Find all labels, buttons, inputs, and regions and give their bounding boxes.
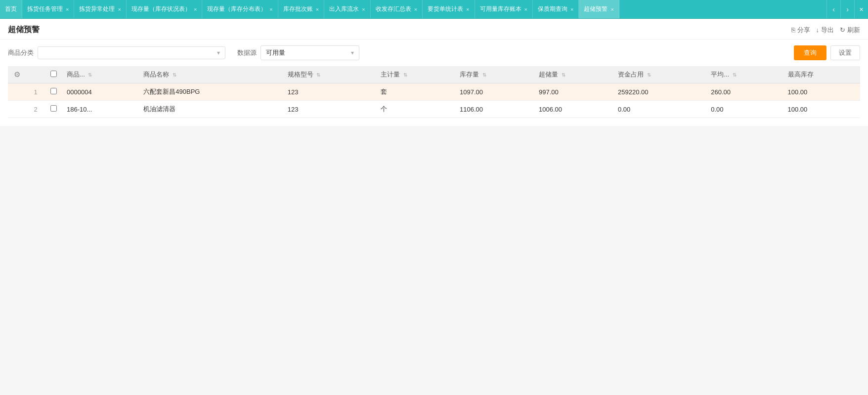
td-product-code: 0000004 bbox=[62, 83, 138, 101]
td-product-name: 机油滤清器 bbox=[138, 101, 283, 118]
td-avg: 0.00 bbox=[706, 101, 782, 118]
td-settings bbox=[8, 83, 26, 101]
td-overstock: 1006.00 bbox=[534, 101, 613, 118]
close-icon[interactable]: × bbox=[269, 6, 272, 12]
refresh-button[interactable]: ↻ 刷新 bbox=[840, 26, 860, 35]
export-icon: ↓ bbox=[816, 26, 820, 34]
th-unit[interactable]: 主计量 ⇅ bbox=[376, 66, 455, 83]
nav-next-button[interactable]: › bbox=[840, 0, 854, 19]
filter-bar: 商品分类 ▾ 数据源 可用量 ▾ 查询 设置 bbox=[0, 40, 868, 66]
close-icon[interactable]: × bbox=[118, 6, 121, 12]
row-checkbox[interactable] bbox=[50, 88, 57, 94]
nav-tab-stock-status[interactable]: 现存量（库存状况表） × bbox=[127, 0, 202, 19]
table-container: ⚙ 商品... ⇅ 商品名称 ⇅ 规格型号 bbox=[0, 66, 868, 126]
nav-tab-batch[interactable]: 库存批次账 × bbox=[278, 0, 324, 19]
datasource-select[interactable]: 可用量 ▾ bbox=[260, 45, 359, 60]
nav-tab-abnormal[interactable]: 拣货异常处理 × bbox=[74, 0, 126, 19]
nav-tab-order-stats[interactable]: 要货单统计表 × bbox=[423, 0, 475, 19]
share-button[interactable]: ⎘ 分享 bbox=[791, 26, 810, 35]
chevron-down-icon: ▾ bbox=[217, 49, 220, 56]
td-unit: 套 bbox=[376, 83, 455, 101]
nav-tab-overstock[interactable]: 超储预警 × bbox=[579, 0, 619, 19]
th-product-name[interactable]: 商品名称 ⇅ bbox=[138, 66, 283, 83]
datasource-filter: 数据源 可用量 ▾ bbox=[237, 45, 359, 60]
td-overstock: 997.00 bbox=[534, 83, 613, 101]
sort-icon: ⇅ bbox=[647, 72, 651, 78]
th-overstock[interactable]: 超储量 ⇅ bbox=[534, 66, 613, 83]
td-product-code: 186-10... bbox=[62, 101, 138, 118]
datasource-label: 数据源 bbox=[237, 48, 257, 57]
close-icon[interactable]: × bbox=[524, 6, 527, 12]
td-max-stock: 100.00 bbox=[783, 83, 860, 101]
td-index: 1 bbox=[26, 83, 45, 101]
th-stock[interactable]: 库存量 ⇅ bbox=[455, 66, 534, 83]
table-row: 2 186-10... 机油滤清器 123 个 1106.00 1006.00 … bbox=[8, 101, 860, 118]
td-spec: 123 bbox=[283, 83, 376, 101]
query-button[interactable]: 查询 bbox=[794, 45, 826, 60]
close-icon[interactable]: × bbox=[316, 6, 319, 12]
nav-tab-expiry[interactable]: 保质期查询 × bbox=[533, 0, 579, 19]
filter-actions: 查询 设置 bbox=[794, 45, 860, 60]
td-stock: 1097.00 bbox=[455, 83, 534, 101]
table-header-row: ⚙ 商品... ⇅ 商品名称 ⇅ 规格型号 bbox=[8, 66, 860, 83]
header-actions: ⎘ 分享 ↓ 导出 ↻ 刷新 bbox=[791, 26, 861, 35]
td-checkbox bbox=[45, 101, 62, 118]
close-icon[interactable]: × bbox=[194, 6, 197, 12]
td-max-stock: 100.00 bbox=[783, 101, 860, 118]
nav-tab-home[interactable]: 首页 bbox=[0, 0, 22, 19]
th-max-stock[interactable]: 最高库存 bbox=[783, 66, 860, 83]
th-avg[interactable]: 平均... ⇅ bbox=[706, 66, 782, 83]
page-title: 超储预警 bbox=[8, 25, 40, 35]
nav-tab-stock-dist[interactable]: 现存量（库存分布表） × bbox=[202, 0, 278, 19]
sort-icon: ⇅ bbox=[316, 72, 320, 78]
data-table: ⚙ 商品... ⇅ 商品名称 ⇅ 规格型号 bbox=[8, 66, 860, 118]
sort-icon: ⇅ bbox=[403, 72, 407, 78]
th-capital[interactable]: 资金占用 ⇅ bbox=[613, 66, 706, 83]
sort-icon: ⇅ bbox=[482, 72, 486, 78]
td-capital: 0.00 bbox=[613, 101, 706, 118]
refresh-icon: ↻ bbox=[840, 26, 845, 34]
share-icon: ⎘ bbox=[791, 26, 795, 34]
close-icon[interactable]: × bbox=[414, 6, 417, 12]
close-icon[interactable]: × bbox=[570, 6, 573, 12]
sort-icon: ⇅ bbox=[562, 72, 565, 78]
close-icon[interactable]: × bbox=[362, 6, 365, 12]
nav-tab-task[interactable]: 拣货任务管理 × bbox=[22, 0, 74, 19]
th-product-code[interactable]: 商品... ⇅ bbox=[62, 66, 138, 83]
th-index bbox=[26, 66, 45, 83]
th-settings: ⚙ bbox=[8, 66, 26, 83]
page-header: 超储预警 ⎘ 分享 ↓ 导出 ↻ 刷新 bbox=[0, 19, 868, 40]
nav-arrows: ‹ › × bbox=[826, 0, 868, 19]
category-label: 商品分类 bbox=[8, 48, 34, 57]
datasource-value: 可用量 bbox=[266, 48, 285, 57]
td-settings bbox=[8, 101, 26, 118]
td-checkbox bbox=[45, 83, 62, 101]
td-spec: 123 bbox=[283, 101, 376, 118]
sort-icon: ⇅ bbox=[173, 72, 176, 78]
category-select[interactable]: ▾ bbox=[38, 46, 225, 59]
td-product-name: 六配套新昌490BPG bbox=[138, 83, 283, 101]
td-stock: 1106.00 bbox=[455, 101, 534, 118]
select-all-checkbox[interactable] bbox=[50, 71, 57, 77]
table-row: 1 0000004 六配套新昌490BPG 123 套 1097.00 997.… bbox=[8, 83, 860, 101]
close-icon[interactable]: × bbox=[610, 6, 613, 12]
settings-button[interactable]: 设置 bbox=[830, 45, 860, 60]
page-container: 超储预警 ⎘ 分享 ↓ 导出 ↻ 刷新 商品分类 ▾ 数据源 bbox=[0, 19, 868, 126]
row-checkbox[interactable] bbox=[50, 105, 57, 112]
th-checkbox bbox=[45, 66, 62, 83]
nav-close-button[interactable]: × bbox=[854, 0, 868, 19]
nav-prev-button[interactable]: ‹ bbox=[826, 0, 840, 19]
sort-icon: ⇅ bbox=[733, 72, 737, 78]
td-avg: 260.00 bbox=[706, 83, 782, 101]
close-icon[interactable]: × bbox=[66, 6, 69, 12]
th-spec[interactable]: 规格型号 ⇅ bbox=[283, 66, 376, 83]
chevron-down-icon: ▾ bbox=[351, 49, 354, 56]
nav-tab-summary[interactable]: 收发存汇总表 × bbox=[371, 0, 423, 19]
nav-tab-available[interactable]: 可用量库存账本 × bbox=[475, 0, 533, 19]
td-capital: 259220.00 bbox=[613, 83, 706, 101]
gear-icon[interactable]: ⚙ bbox=[14, 70, 20, 79]
export-button[interactable]: ↓ 导出 bbox=[816, 26, 834, 35]
sort-icon: ⇅ bbox=[88, 72, 92, 78]
close-icon[interactable]: × bbox=[466, 6, 469, 12]
nav-tab-flow[interactable]: 出入库流水 × bbox=[324, 0, 370, 19]
